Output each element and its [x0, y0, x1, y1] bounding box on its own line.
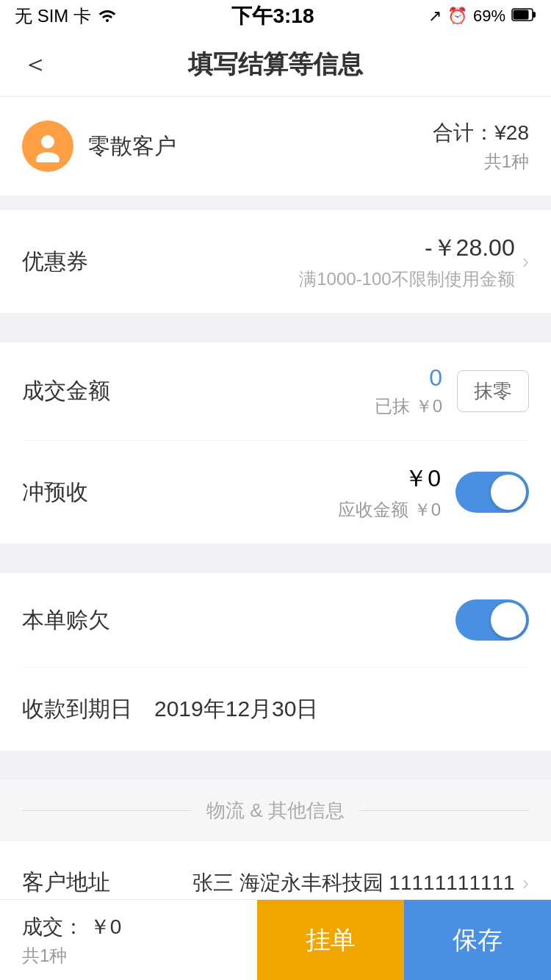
transaction-section: 成交金额 0 已抹 ￥0 抹零 冲预收 ￥0 应收金额 ￥0 [0, 342, 551, 544]
customer-count: 共1种 [433, 150, 529, 173]
bottom-deal: 成交： ￥0 [22, 913, 235, 941]
due-date-row: 收款到期日 2019年12月30日 [22, 668, 529, 751]
logistics-divider: 物流 & 其他信息 [0, 780, 551, 841]
status-time: 下午3:18 [231, 2, 314, 30]
prepayment-row: 冲预收 ￥0 应收金额 ￥0 [22, 441, 529, 544]
prepayment-value: ￥0 [338, 463, 441, 495]
wifi-icon [97, 6, 118, 26]
debt-toggle[interactable] [455, 599, 529, 641]
divider-line-left [22, 810, 192, 811]
due-date-value: 2019年12月30日 [154, 694, 318, 724]
alarm-icon: ⏰ [447, 7, 467, 26]
bottom-bar: 成交： ￥0 共1种 挂单 保存 [0, 899, 551, 980]
save-button[interactable]: 保存 [404, 900, 551, 981]
customer-row: 零散客户 合计：¥28 共1种 [0, 97, 551, 195]
customer-card: 零散客户 合计：¥28 共1种 [0, 97, 551, 195]
debt-row: 本单赊欠 [22, 573, 529, 668]
debt-label: 本单赊欠 [22, 605, 110, 635]
transaction-right: 0 已抹 ￥0 抹零 [375, 364, 529, 418]
coupon-hint: 满1000-100不限制使用金额 [299, 267, 514, 291]
svg-point-4 [36, 152, 60, 162]
transaction-row: 成交金额 0 已抹 ￥0 抹零 [22, 342, 529, 441]
coupon-row[interactable]: 优惠券 -￥28.00 满1000-100不限制使用金额 › [22, 210, 529, 313]
customer-avatar [22, 120, 73, 172]
prepayment-sub: 应收金额 ￥0 [338, 498, 441, 522]
customer-total: 合计：¥28 [433, 119, 529, 147]
section-divider-1 [0, 328, 551, 342]
status-bar: 无 SIM 卡 下午3:18 ↗ ⏰ 69% [0, 0, 551, 32]
section-divider-3 [0, 765, 551, 780]
address-chevron-icon: › [522, 871, 529, 895]
customer-name: 零散客户 [88, 131, 176, 162]
logistics-text: 物流 & 其他信息 [206, 798, 345, 824]
transaction-label: 成交金额 [22, 376, 110, 406]
prepayment-toggle[interactable] [455, 472, 529, 513]
address-value: 张三 海淀永丰科技园 11111111111 [192, 869, 515, 897]
content-area: 零散客户 合计：¥28 共1种 优惠券 -￥28.00 满1000-100不限制… [0, 97, 551, 980]
divider-line-right [359, 810, 529, 811]
avatar-icon [32, 130, 64, 162]
customer-right: 合计：¥28 共1种 [433, 119, 529, 173]
svg-rect-1 [533, 12, 536, 18]
coupon-amount: -￥28.00 [299, 232, 514, 264]
svg-point-3 [41, 135, 54, 148]
back-button[interactable]: ＜ [22, 46, 48, 82]
prepayment-right: ￥0 应收金额 ￥0 [338, 463, 529, 522]
bottom-count: 共1种 [22, 944, 235, 968]
toggle-knob [491, 475, 526, 510]
prepayment-values: ￥0 应收金额 ￥0 [338, 463, 441, 522]
coupon-section: 优惠券 -￥28.00 满1000-100不限制使用金额 › [0, 210, 551, 313]
address-label: 客户地址 [22, 868, 110, 898]
status-right: ↗ ⏰ 69% [428, 7, 536, 26]
status-left: 无 SIM 卡 [15, 4, 118, 28]
hang-order-button[interactable]: 挂单 [257, 900, 404, 981]
due-date-label: 收款到期日 [22, 694, 132, 724]
battery-icon [511, 7, 536, 26]
battery-percent: 69% [473, 7, 505, 26]
transaction-sub: 已抹 ￥0 [375, 394, 442, 418]
deal-label: 成交： [22, 915, 84, 938]
bottom-summary: 成交： ￥0 共1种 [0, 913, 257, 968]
address-right: 张三 海淀永丰科技园 11111111111 › [132, 869, 529, 897]
network-status: 无 SIM 卡 [15, 4, 91, 28]
coupon-values: -￥28.00 满1000-100不限制使用金额 [299, 232, 514, 291]
customer-left: 零散客户 [22, 120, 176, 172]
transaction-values: 0 已抹 ￥0 [375, 364, 442, 418]
coupon-right: -￥28.00 满1000-100不限制使用金额 › [299, 232, 529, 291]
location-icon: ↗ [428, 7, 442, 26]
nav-bar: ＜ 填写结算等信息 [0, 32, 551, 97]
round-zero-button[interactable]: 抹零 [457, 370, 529, 412]
section-divider-2 [0, 558, 551, 573]
page-title: 填写结算等信息 [188, 48, 363, 82]
svg-rect-2 [513, 10, 528, 20]
debt-toggle-knob [491, 602, 526, 638]
prepayment-label: 冲预收 [22, 478, 88, 508]
debt-section: 本单赊欠 收款到期日 2019年12月30日 [0, 573, 551, 751]
coupon-label: 优惠券 [22, 247, 88, 277]
deal-value: ￥0 [90, 915, 122, 938]
coupon-chevron-icon: › [522, 250, 529, 273]
transaction-value: 0 [375, 364, 442, 392]
